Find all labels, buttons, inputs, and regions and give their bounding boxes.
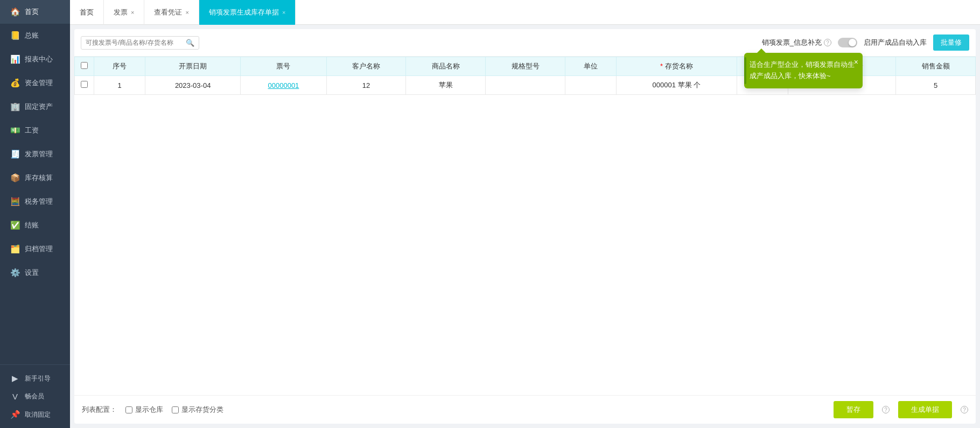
tab-home-label: 首页 [80, 8, 94, 17]
show-warehouse-checkbox[interactable] [125, 406, 132, 413]
bottom-bar: 列表配置： 显示仓库 显示存货分类 暂存 ? 生成单据 ? [74, 395, 976, 424]
th-date: 开票日期 [145, 57, 241, 76]
vip-icon: V [10, 392, 20, 401]
sidebar-item-label: 资金管理 [25, 78, 53, 88]
select-all-checkbox[interactable] [81, 62, 88, 69]
archive-icon: 🗂️ [10, 244, 20, 254]
info-label: 销项发票_信息补充 ? [762, 38, 831, 47]
sidebar-item-payroll[interactable]: 💵 工资 [0, 119, 70, 142]
cancel-pin-label: 取消固定 [25, 410, 51, 419]
tab-invoice-close[interactable]: × [131, 9, 134, 16]
search-input[interactable] [86, 39, 183, 46]
home-icon: 🏠 [10, 7, 20, 17]
th-amount: 销售金额 [896, 57, 976, 76]
sidebar-item-fund[interactable]: 💰 资金管理 [0, 71, 70, 95]
search-box[interactable]: 🔍 [81, 36, 199, 50]
main-area: 首页 发票 × 查看凭证 × 销项发票生成库存单据 × 🔍 销项发票_信息补充 [70, 0, 980, 428]
report-icon: 📊 [10, 54, 20, 64]
cell-ticket-no[interactable]: 00000001 [241, 76, 327, 95]
tax-icon: 🧮 [10, 197, 20, 206]
toolbar: 🔍 销项发票_信息补充 ? × [74, 29, 976, 57]
tab-voucher-close[interactable]: × [185, 9, 188, 16]
sidebar-item-label: 设置 [25, 268, 39, 278]
sidebar-item-settings[interactable]: ⚙️ 设置 [0, 261, 70, 285]
save-info-icon[interactable]: ? [882, 406, 890, 413]
content-area: 🔍 销项发票_信息补充 ? × [74, 29, 976, 424]
guide-icon: ▶ [10, 374, 20, 383]
generate-button[interactable]: 生成单据 [898, 401, 952, 418]
th-ticket-no: 票号 [241, 57, 327, 76]
tab-invoice[interactable]: 发票 × [104, 0, 144, 25]
sidebar-item-general-ledger[interactable]: 📒 总账 [0, 24, 70, 47]
sidebar-item-label: 总账 [25, 31, 39, 40]
invoice-icon: 🧾 [10, 149, 20, 159]
payroll-icon: 💵 [10, 126, 20, 135]
th-product-name: 商品名称 [406, 57, 486, 76]
toggle-thumb [849, 39, 856, 46]
sidebar-bottom: ▶ 新手引导 V 畅会员 📌 取消固定 [0, 364, 70, 428]
sidebar-item-cancel-pin[interactable]: 📌 取消固定 [0, 405, 70, 424]
ledger-icon: 📒 [10, 31, 20, 40]
pin-icon: 📌 [10, 410, 20, 419]
toggle-label: 启用产成品自动入库 [864, 38, 927, 47]
tab-home[interactable]: 首页 [70, 0, 104, 25]
closing-icon: ✅ [10, 220, 20, 230]
show-warehouse-label[interactable]: 显示仓库 [125, 405, 163, 415]
tab-generate-label: 销项发票生成库存单据 [209, 8, 279, 17]
sidebar-item-fixed-assets[interactable]: 🏢 固定资产 [0, 95, 70, 119]
cell-amount: 5 [896, 76, 976, 95]
popover-left-bar [744, 57, 746, 84]
sidebar-item-reports[interactable]: 📊 报表中心 [0, 47, 70, 71]
th-model: 规格型号 [486, 57, 565, 76]
toolbar-right: 销项发票_信息补充 ? × 适合生产型企业，销项发票自动生成产成品入库，快来体验… [762, 34, 969, 51]
show-category-label[interactable]: 显示存货分类 [172, 405, 223, 415]
sidebar-item-label: 库存核算 [25, 173, 53, 183]
sidebar-item-closing[interactable]: ✅ 结账 [0, 213, 70, 237]
sidebar-item-label: 归档管理 [25, 244, 53, 254]
sidebar-item-label: 报表中心 [25, 54, 53, 64]
sidebar-item-label: 工资 [25, 126, 39, 135]
search-icon: 🔍 [186, 39, 194, 47]
sidebar-item-label: 固定资产 [25, 102, 53, 112]
cell-unit [565, 76, 616, 95]
cell-product-name: 苹果 [406, 76, 486, 95]
show-category-checkbox[interactable] [172, 406, 179, 413]
sidebar-item-vip[interactable]: V 畅会员 [0, 388, 70, 405]
sidebar-item-invoice-mgmt[interactable]: 🧾 发票管理 [0, 142, 70, 166]
sidebar: 🏠 首页 📒 总账 📊 报表中心 💰 资金管理 🏢 固定资产 💵 工资 🧾 发票… [0, 0, 70, 428]
generate-info-icon[interactable]: ? [961, 406, 968, 413]
popover-close-button[interactable]: × [854, 56, 858, 68]
th-checkbox [75, 57, 94, 76]
row-checkbox-cell [75, 76, 94, 95]
cell-model [486, 76, 565, 95]
batch-button[interactable]: 批量修 [933, 34, 969, 51]
inventory-icon: 📦 [10, 173, 20, 183]
toggle-switch[interactable] [838, 38, 857, 47]
settings-icon: ⚙️ [10, 268, 20, 278]
info-icon[interactable]: ? [824, 39, 831, 46]
sidebar-item-home[interactable]: 🏠 首页 [0, 0, 70, 24]
cell-inventory-name: 000001 苹果 个 [616, 76, 737, 95]
assets-icon: 🏢 [10, 102, 20, 112]
toggle-track [838, 38, 857, 47]
tab-generate-close[interactable]: × [282, 9, 285, 16]
fund-icon: 💰 [10, 78, 20, 88]
list-config-label: 列表配置： [82, 405, 117, 415]
save-button[interactable]: 暂存 [834, 401, 873, 418]
popover-text: 适合生产型企业，销项发票自动生成产成品入库，快来体验~ [750, 60, 855, 80]
tab-generate[interactable]: 销项发票生成库存单据 × [199, 0, 296, 25]
sidebar-item-label: 首页 [25, 7, 39, 17]
sidebar-item-tax[interactable]: 🧮 税务管理 [0, 190, 70, 213]
sidebar-item-guide[interactable]: ▶ 新手引导 [0, 369, 70, 388]
cell-seq: 1 [94, 76, 145, 95]
sidebar-item-label: 税务管理 [25, 197, 53, 206]
tab-voucher[interactable]: 查看凭证 × [144, 0, 199, 25]
sidebar-item-archive[interactable]: 🗂️ 归档管理 [0, 237, 70, 261]
th-seq: 序号 [94, 57, 145, 76]
th-unit: 单位 [565, 57, 616, 76]
tab-bar: 首页 发票 × 查看凭证 × 销项发票生成库存单据 × [70, 0, 980, 25]
tab-invoice-label: 发票 [114, 8, 128, 17]
sidebar-item-inventory[interactable]: 📦 库存核算 [0, 166, 70, 190]
sidebar-item-label: 新手引导 [25, 374, 51, 383]
row-checkbox[interactable] [81, 81, 88, 88]
